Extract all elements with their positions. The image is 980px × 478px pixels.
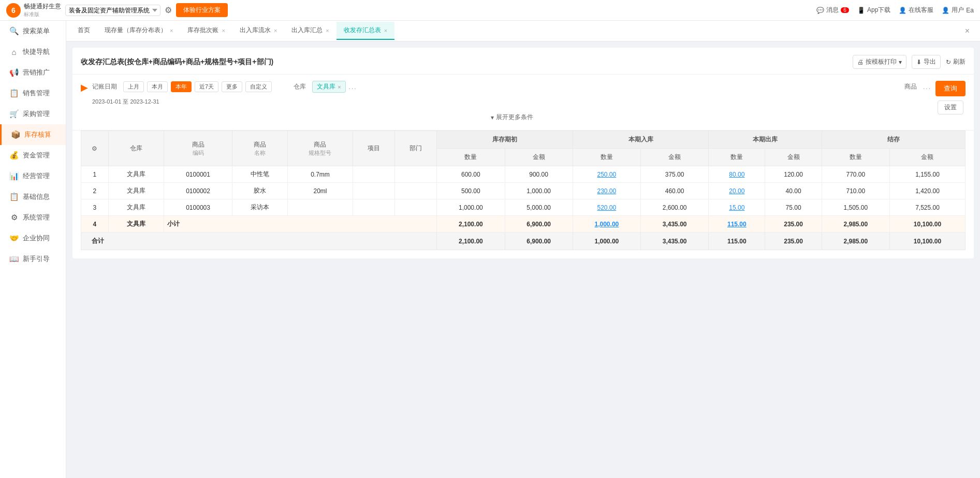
tab-batch-ledger[interactable]: 库存批次账 × — [180, 22, 232, 40]
tab-in-out-flow[interactable]: 出入库流水 × — [232, 22, 284, 40]
row-open-qty: 600.00 — [437, 166, 505, 183]
sidebar-item-quick-nav[interactable]: ⌂ 快捷导航 — [0, 41, 66, 62]
guide-icon: 📖 — [9, 254, 19, 264]
tab-label: 库存批次账 — [187, 26, 218, 35]
filter-row-1: 记账日期 上月 本月 本年 近7天 更多 自定义 仓库 — [92, 81, 931, 93]
out-qty-header: 数量 — [709, 149, 765, 166]
row-in-qty[interactable]: 250.00 — [573, 166, 640, 183]
subtotal-close-amt: 10,100.00 — [889, 216, 965, 233]
row-close-amt: 1,420.00 — [889, 183, 965, 199]
row-in-qty[interactable]: 230.00 — [573, 183, 640, 199]
app-download-item[interactable]: 📱 App下载 — [857, 6, 890, 15]
tab-home[interactable]: 首页 — [70, 22, 97, 40]
total-in-amt: 3,435.00 — [641, 233, 709, 250]
sidebar-item-inventory[interactable]: 📦 库存核算 — [0, 124, 66, 145]
settings-icon[interactable]: ⚙ — [165, 5, 172, 15]
subtotal-in-amt: 3,435.00 — [641, 216, 709, 233]
basic-info-icon: 📋 — [9, 192, 19, 201]
inventory-icon: 📦 — [11, 130, 20, 139]
date-btn-more[interactable]: 更多 — [222, 81, 242, 92]
row-open-qty: 1,000.00 — [437, 199, 505, 216]
row-close-qty: 1,505.00 — [822, 199, 889, 216]
tab-close-recv-send-summary[interactable]: × — [384, 27, 387, 34]
tab-close-inventory-dist[interactable]: × — [170, 27, 173, 34]
row-in-qty[interactable]: 520.00 — [573, 199, 640, 216]
warehouse-tag-close[interactable]: × — [338, 84, 341, 90]
operations-icon: 📊 — [9, 171, 19, 181]
sidebar-item-basic-info[interactable]: 📋 基础信息 — [0, 186, 66, 207]
query-button[interactable]: 查询 — [935, 81, 966, 96]
tab-close-in-out-flow[interactable]: × — [274, 27, 277, 34]
tab-recv-send-summary[interactable]: 收发存汇总表 × — [337, 22, 394, 40]
filter-row-2: 2023-01-01 至 2023-12-31 — [92, 97, 931, 106]
row-out-qty[interactable]: 15.00 — [709, 199, 765, 216]
filter-main: 记账日期 上月 本月 本年 近7天 更多 自定义 仓库 — [92, 81, 931, 124]
filter-dates: 上月 本月 本年 近7天 更多 自定义 — [123, 81, 272, 92]
row-close-qty: 770.00 — [822, 166, 889, 183]
sidebar-item-system[interactable]: ⚙ 系统管理 — [0, 207, 66, 228]
system-select[interactable]: 装备及固定资产辅助管理系统 — [65, 5, 160, 16]
row-close-amt: 7,525.00 — [889, 199, 965, 216]
close-all-tabs[interactable]: × — [959, 26, 976, 36]
row-open-amt: 5,000.00 — [505, 199, 573, 216]
row-in-amt: 460.00 — [641, 183, 709, 199]
tab-close-in-out-summary[interactable]: × — [326, 27, 329, 34]
table-settings-icon[interactable]: ⚙ — [81, 131, 109, 166]
user-item[interactable]: 👤 用户 Ea — [942, 6, 974, 15]
tab-inventory-dist[interactable]: 现存量（库存分布表） × — [97, 22, 180, 40]
sidebar-item-sales[interactable]: 📋 销售管理 — [0, 83, 66, 104]
sidebar-item-purchase[interactable]: 🛒 采购管理 — [0, 104, 66, 124]
row-warehouse: 文具库 — [108, 183, 164, 199]
enterprise-icon: 🤝 — [9, 234, 19, 243]
search-icon: 🔍 — [9, 26, 19, 36]
row-out-qty[interactable]: 80.00 — [709, 166, 765, 183]
sidebar-item-finance[interactable]: 💰 资金管理 — [0, 145, 66, 166]
sidebar-item-search[interactable]: 🔍 搜索菜单 — [0, 21, 66, 41]
online-service-item[interactable]: 👤 在线客服 — [899, 6, 933, 15]
row-close-qty: 710.00 — [822, 183, 889, 199]
sidebar-item-label: 销售管理 — [23, 89, 50, 98]
sidebar-item-enterprise[interactable]: 🤝 企业协同 — [0, 228, 66, 249]
row-in-amt: 375.00 — [641, 166, 709, 183]
print-button[interactable]: 🖨 按模板打印 ▾ — [853, 55, 906, 69]
filter-section: ▶ 记账日期 上月 本月 本年 近7天 更多 自定义 — [72, 75, 974, 131]
header-actions: 🖨 按模板打印 ▾ ⬇ 导出 ↻ 刷新 — [853, 55, 966, 69]
tab-label: 收发存汇总表 — [344, 26, 381, 35]
message-item[interactable]: 💬 消息 6 — [816, 6, 849, 15]
export-button[interactable]: ⬇ 导出 — [912, 55, 941, 69]
date-btn-last-month[interactable]: 上月 — [123, 81, 144, 92]
sidebar-item-operations[interactable]: 📊 经营管理 — [0, 166, 66, 186]
sidebar-item-label: 营销推广 — [23, 68, 50, 77]
refresh-button[interactable]: ↻ 刷新 — [946, 57, 966, 66]
close-amt-header: 金额 — [889, 149, 965, 166]
date-btn-custom[interactable]: 自定义 — [245, 81, 272, 92]
experience-button[interactable]: 体验行业方案 — [176, 3, 228, 17]
total-out-amt: 235.00 — [765, 233, 822, 250]
sidebar-item-guide[interactable]: 📖 新手引导 — [0, 249, 66, 269]
col-goods-name: 商品名称 — [232, 131, 288, 166]
phone-icon: 📱 — [857, 7, 865, 14]
warehouse-tag[interactable]: 文具库 × — [312, 81, 345, 93]
sidebar-item-label: 快捷导航 — [23, 47, 50, 56]
date-btn-this-month[interactable]: 本月 — [147, 81, 168, 92]
out-amt-header: 金额 — [765, 149, 822, 166]
set-button[interactable]: 设置 — [938, 100, 963, 114]
expand-conditions-button[interactable]: ▾ 展开更多条件 — [486, 111, 538, 124]
row-warehouse: 文具库 — [108, 199, 164, 216]
tab-in-out-summary[interactable]: 出入库汇总 × — [284, 22, 336, 40]
row-out-qty[interactable]: 20.00 — [709, 183, 765, 199]
date-btn-7days[interactable]: 近7天 — [195, 81, 218, 92]
date-btn-this-year[interactable]: 本年 — [171, 81, 192, 92]
subtotal-label: 小计 — [164, 216, 437, 233]
total-close-amt: 10,100.00 — [889, 233, 965, 250]
warehouse-dots[interactable]: ... — [349, 83, 357, 91]
goods-dots[interactable]: ... — [923, 83, 931, 91]
subtotal-in-qty[interactable]: 1,000.00 — [573, 216, 640, 233]
warehouse-filter-label: 仓库 — [294, 82, 306, 91]
subtotal-out-qty[interactable]: 115.00 — [709, 216, 765, 233]
tab-close-batch-ledger[interactable]: × — [222, 27, 225, 34]
page-title: 收发存汇总表(按仓库+商品编码+商品+规格型号+项目+部门) — [81, 57, 273, 67]
sidebar-item-label: 库存核算 — [24, 130, 51, 139]
sidebar-item-marketing[interactable]: 📢 营销推广 — [0, 62, 66, 83]
expand-toggle[interactable]: ▶ — [81, 82, 88, 93]
